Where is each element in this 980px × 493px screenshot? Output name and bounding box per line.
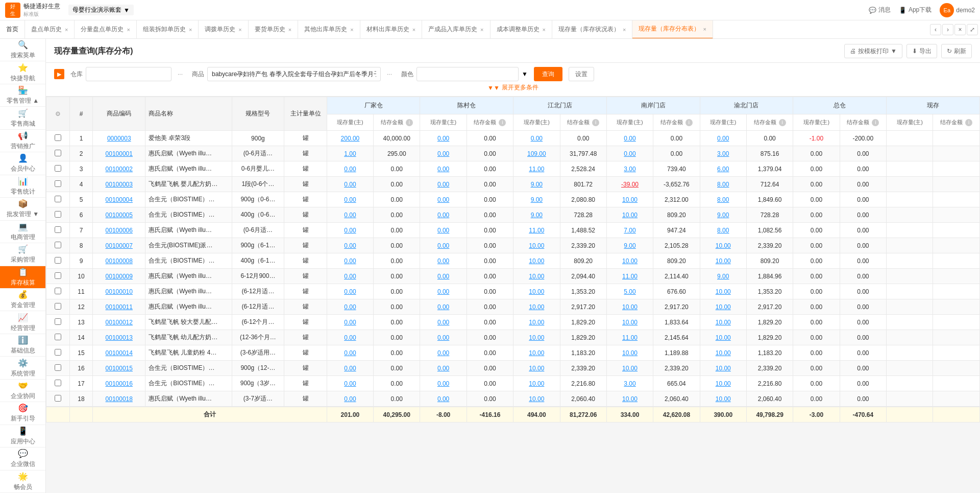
qty-link[interactable]: 0.00	[344, 365, 356, 372]
qty-link[interactable]: 10.00	[529, 319, 544, 326]
qty-link[interactable]: 1.00	[344, 150, 356, 157]
qty-link[interactable]: 0.00	[344, 166, 356, 173]
qty-link[interactable]: 11.00	[622, 334, 638, 341]
qty-link[interactable]: 10.00	[716, 319, 731, 326]
code-link[interactable]: 00100010	[106, 288, 133, 295]
row-checkbox[interactable]	[55, 242, 61, 248]
qty-link[interactable]: 0.00	[437, 135, 449, 142]
warehouse-input[interactable]	[86, 67, 172, 81]
message-btn[interactable]: 💬 消息	[869, 6, 891, 14]
qty-link[interactable]: 0.00	[344, 196, 356, 203]
sidebar-item-inventory[interactable]: 📋 库存核算	[0, 266, 45, 289]
row-checkbox[interactable]	[55, 165, 61, 172]
account-dropdown[interactable]: 母婴行业演示账套 ▼	[68, 5, 134, 15]
nav-next[interactable]: ›	[942, 24, 953, 35]
sidebar-item-search[interactable]: 🔍 搜索英单	[0, 39, 45, 61]
cell-check[interactable]	[46, 376, 70, 391]
qty-link[interactable]: 10.00	[622, 257, 638, 265]
qty-link[interactable]: 0.00	[437, 181, 449, 188]
cell-check[interactable]	[46, 161, 70, 177]
qty-link[interactable]: 10.00	[716, 303, 731, 311]
qty-link[interactable]: 0.00	[437, 196, 449, 203]
qty-link[interactable]: 10.00	[622, 196, 638, 203]
qty-link[interactable]: 10.00	[716, 380, 731, 387]
sidebar-item-purchase[interactable]: 🛒 采购管理	[0, 243, 45, 266]
sidebar-item-finance[interactable]: 💰 资金管理	[0, 289, 45, 311]
filter-toggle-btn[interactable]: ▶	[54, 69, 64, 79]
qty-link[interactable]: 0.00	[344, 273, 356, 280]
tab-stocklist[interactable]: 盘点单历史 ×	[25, 20, 75, 39]
qty-link[interactable]: 5.00	[624, 288, 635, 295]
qty-link[interactable]: 0.00	[344, 227, 356, 234]
qty-link[interactable]: 10.00	[716, 334, 731, 341]
row-checkbox[interactable]	[55, 288, 61, 294]
qty-link[interactable]: 3.00	[624, 380, 635, 387]
row-checkbox[interactable]	[55, 226, 61, 233]
qty-link[interactable]: 0.00	[437, 334, 449, 341]
warehouse-dots-btn[interactable]: ···	[175, 71, 186, 78]
qty-link[interactable]: 10.00	[716, 257, 731, 265]
qty-link[interactable]: 0.00	[437, 257, 449, 265]
color-input[interactable]	[416, 67, 519, 81]
cell-check[interactable]	[46, 269, 70, 284]
qty-link[interactable]: 0.00	[437, 212, 449, 219]
expand-btn[interactable]: ▼▼ 展开更多条件	[487, 83, 538, 92]
qty-link[interactable]: 9.00	[531, 196, 543, 203]
cell-check[interactable]	[46, 207, 70, 223]
qty-link[interactable]: 0.00	[624, 150, 635, 157]
close-icon[interactable]: ×	[65, 27, 68, 33]
code-link[interactable]: 00100004	[106, 196, 133, 203]
qty-link[interactable]: 10.00	[622, 349, 638, 357]
code-link[interactable]: 00100016	[106, 380, 133, 387]
row-checkbox[interactable]	[55, 380, 61, 386]
cell-check[interactable]	[46, 146, 70, 161]
close-icon[interactable]: ×	[543, 27, 546, 33]
row-checkbox[interactable]	[55, 395, 61, 402]
close-icon[interactable]: ×	[189, 27, 192, 33]
th-settings[interactable]: ⚙	[46, 97, 70, 131]
tab-materialout[interactable]: 材料出库单历史 ×	[360, 20, 422, 39]
sidebar-item-member[interactable]: 👤 会员中心	[0, 152, 45, 175]
sidebar-item-basic[interactable]: ℹ️ 基础信息	[0, 334, 45, 357]
tab-stocktable[interactable]: 现存量（库存状况表）×	[552, 20, 632, 39]
qty-link[interactable]: 10.00	[716, 349, 731, 357]
qty-link[interactable]: 0.00	[437, 166, 449, 173]
row-checkbox[interactable]	[55, 272, 61, 279]
row-checkbox[interactable]	[55, 318, 61, 325]
code-link[interactable]: 0000003	[107, 135, 131, 142]
tab-productin[interactable]: 产成品入库单历史 ×	[422, 20, 490, 39]
query-btn[interactable]: 查询	[534, 67, 562, 81]
close-icon[interactable]: ×	[480, 27, 483, 33]
goods-input[interactable]	[207, 67, 381, 81]
sidebar-item-retail-stat[interactable]: 📊 零售统计	[0, 175, 45, 198]
code-link[interactable]: 00100014	[106, 349, 133, 357]
qty-link[interactable]: 0.00	[437, 242, 449, 249]
sidebar-item-appcenter[interactable]: 📱 应用中心	[0, 425, 45, 448]
print-btn[interactable]: 🖨 按模板打印 ▼	[844, 44, 902, 58]
row-checkbox[interactable]	[55, 257, 61, 264]
cell-check[interactable]	[46, 131, 70, 146]
qty-link[interactable]: 10.00	[622, 395, 638, 403]
code-link[interactable]: 00100001	[106, 150, 133, 157]
sidebar-item-shortcut[interactable]: ⭐ 快捷导航	[0, 61, 45, 84]
nav-prev[interactable]: ‹	[930, 24, 941, 35]
qty-link[interactable]: 0.00	[344, 380, 356, 387]
code-link[interactable]: 00100006	[106, 227, 133, 234]
cell-check[interactable]	[46, 391, 70, 407]
qty-link[interactable]: 0.00	[437, 303, 449, 311]
qty-link[interactable]: 0.00	[344, 395, 356, 403]
qty-link[interactable]: 0.00	[437, 288, 449, 295]
row-checkbox[interactable]	[55, 303, 61, 310]
qty-link[interactable]: 0.00	[344, 288, 356, 295]
sidebar-item-system[interactable]: ⚙️ 系统管理	[0, 357, 45, 379]
tab-otherout[interactable]: 其他出库单历史 ×	[298, 20, 360, 39]
code-link[interactable]: 00100003	[106, 181, 133, 188]
qty-link[interactable]: 200.00	[341, 135, 360, 142]
qty-link[interactable]: 10.00	[529, 242, 544, 249]
code-link[interactable]: 00100011	[106, 303, 133, 311]
qty-link[interactable]: 8.00	[717, 196, 729, 203]
code-link[interactable]: 00100015	[106, 365, 133, 372]
row-checkbox[interactable]	[55, 334, 61, 340]
qty-link[interactable]: 9.00	[624, 242, 635, 249]
code-link[interactable]: 00100013	[106, 334, 133, 341]
